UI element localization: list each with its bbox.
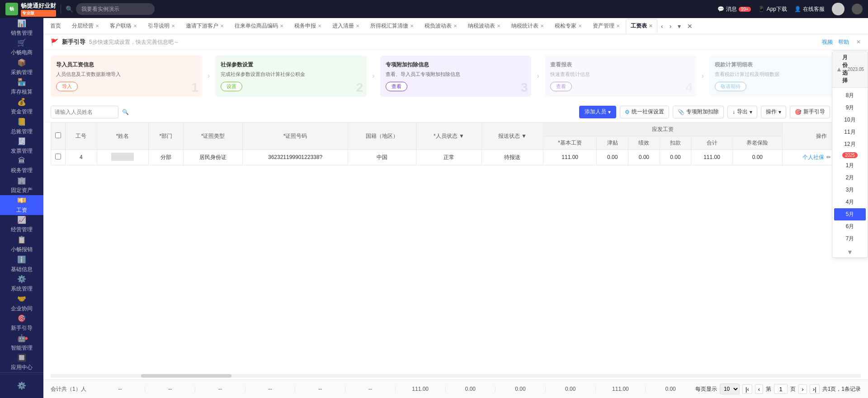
month-item-9[interactable]: 9月 [832, 102, 868, 114]
step-btn-5[interactable]: 敬请期待 [715, 82, 746, 91]
page-size-select[interactable]: 10 20 50 [720, 384, 740, 394]
operations-button[interactable]: 操作 ▾ [761, 106, 786, 118]
tab-close-tax-wave[interactable]: ✕ [453, 23, 457, 28]
tab-clearance[interactable]: 进入清册 ✕ [327, 19, 364, 33]
page-last-btn[interactable]: ›| [810, 384, 820, 394]
new-guide-button[interactable]: 🎯 新手引导 [790, 106, 830, 118]
report-filter-icon[interactable]: ▼ [521, 133, 527, 139]
tab-tax-report[interactable]: 税务申报 ✕ [289, 19, 326, 33]
month-item-10[interactable]: 10月 [832, 114, 868, 126]
tab-close-all[interactable]: ✕ [684, 23, 695, 30]
sidebar-item-report[interactable]: 📋 小畅报销 [0, 234, 43, 254]
sidebar-item-ledger[interactable]: 📒 总账管理 [0, 117, 43, 136]
tab-tax-expert[interactable]: 税检专家 ✕ [550, 19, 587, 33]
tab-close-tax-report[interactable]: ✕ [318, 23, 321, 28]
sidebar-item-inventory[interactable]: 🏪 库存核算 [0, 77, 43, 97]
tab-partition[interactable]: 分层经营 ✕ [67, 19, 104, 33]
tab-goods-code[interactable]: 往来单位商品编码 ✕ [230, 19, 288, 33]
tab-close-clearance[interactable]: ✕ [356, 23, 359, 28]
demo-search-input[interactable] [76, 3, 155, 15]
month-item-12[interactable]: 12月 [832, 138, 868, 150]
guide-video-link[interactable]: 视频 [822, 38, 833, 46]
tab-close-salary[interactable]: ✕ [649, 23, 652, 28]
sidebar-item-tax[interactable]: 🏛 税务管理 [0, 156, 43, 176]
page-first-btn[interactable]: |‹ [742, 384, 752, 394]
search-btn-icon[interactable]: 🔍 [122, 109, 129, 115]
sidebar-item-enterprise[interactable]: 🤝 企业协同 [0, 294, 43, 314]
tab-close-partition[interactable]: ✕ [95, 23, 99, 28]
tab-close-asset-mgmt[interactable]: ✕ [616, 23, 620, 28]
month-item-8[interactable]: 8月 [832, 89, 868, 102]
step-btn-3[interactable]: 查看 [386, 82, 407, 91]
tab-salary[interactable]: 工资表 ✕ [626, 19, 657, 33]
month-item-11[interactable]: 11月 [832, 126, 868, 138]
sidebar-item-purchase[interactable]: 📦 采购管理 [0, 57, 43, 77]
guide-banner-close[interactable]: ✕ [856, 39, 861, 45]
step-btn-4[interactable]: 查看 [550, 82, 572, 91]
sidebar-item-operation[interactable]: 📈 经营管理 [0, 215, 43, 235]
special-deduct-button[interactable]: 📎 专项附加扣除 [673, 106, 724, 118]
guide-help-link[interactable]: 帮助 [838, 38, 849, 46]
page-prev-btn[interactable]: ‹ [755, 384, 763, 394]
row-checkbox[interactable] [55, 154, 61, 159]
tab-tax-wave[interactable]: 税负波动表 ✕ [420, 19, 462, 33]
tab-close-stat-table[interactable]: ✕ [540, 23, 544, 28]
page-input[interactable] [774, 384, 788, 394]
tab-close-stat-wave[interactable]: ✕ [497, 23, 500, 28]
step-btn-2[interactable]: 设置 [221, 82, 242, 91]
search-area[interactable]: 🔍 [66, 3, 155, 15]
tab-guide[interactable]: 引导说明 ✕ [143, 19, 180, 33]
scrollbar-thumb[interactable] [141, 374, 231, 378]
export-button[interactable]: ↓ 导出 ▾ [727, 106, 757, 118]
message-action[interactable]: 💬 消息 99+ [717, 5, 751, 13]
online-service-action[interactable]: 👤 在线客服 [794, 5, 825, 13]
tab-asset-mgmt[interactable]: 资产管理 ✕ [588, 19, 625, 33]
month-item-2[interactable]: 2月 [832, 172, 868, 184]
tab-invite[interactable]: 邀请下游客户 ✕ [181, 19, 229, 33]
unified-social-button[interactable]: ⚙ 统一社保设置 [620, 106, 669, 118]
tab-close-goods-code[interactable]: ✕ [280, 23, 283, 28]
sidebar-item-system[interactable]: ⚙️ 系统管理 [0, 274, 43, 294]
tab-home[interactable]: 首页 [45, 19, 66, 33]
tab-stat-wave[interactable]: 纳税波动表 ✕ [463, 19, 505, 33]
month-nav-down[interactable]: ▼ [847, 248, 853, 256]
sidebar-item-appcenter[interactable]: 🔲 应用中心 [0, 353, 43, 373]
user-avatar[interactable] [832, 3, 844, 15]
sidebar-item-basic[interactable]: ℹ️ 基础信息 [0, 254, 43, 274]
month-nav-up[interactable]: ▲ [836, 66, 842, 73]
sidebar-item-finance[interactable]: 💰 资金管理 [0, 97, 43, 117]
sidebar-settings[interactable]: ⚙️ [0, 373, 43, 398]
app-download-action[interactable]: 📱 App下载 [758, 5, 787, 13]
sidebar-item-guide[interactable]: 🎯 新手引导 [0, 313, 43, 333]
tab-nav-next[interactable]: › [667, 23, 675, 30]
tab-close-guide[interactable]: ✕ [171, 23, 175, 28]
sidebar-item-smart[interactable]: 🤖 智能管理 [0, 333, 43, 353]
tab-close-tax-expert[interactable]: ✕ [578, 23, 582, 28]
tab-nav-list[interactable]: ▾ [675, 23, 684, 30]
month-item-3[interactable]: 3月 [832, 184, 868, 196]
row-edit-icon[interactable]: ✏ [826, 154, 831, 160]
sidebar-item-salary[interactable]: 💴 工资 [0, 195, 43, 215]
tab-close-customer[interactable]: ✕ [133, 23, 137, 28]
sidebar-item-invoice[interactable]: 🧾 发票管理 [0, 136, 43, 156]
status-filter-icon[interactable]: ▼ [459, 133, 464, 139]
row-action-link[interactable]: 个人社保 [802, 154, 824, 160]
page-next-btn[interactable]: › [798, 384, 807, 394]
month-item-6[interactable]: 6月 [832, 220, 868, 233]
tab-customer[interactable]: 客户联络 ✕ [105, 19, 142, 33]
search-input[interactable] [51, 106, 118, 118]
tab-close-invite[interactable]: ✕ [220, 23, 224, 28]
horizontal-scrollbar[interactable] [51, 374, 861, 378]
month-item-1[interactable]: 1月 [832, 159, 868, 172]
sidebar-item-ecommerce[interactable]: 🛒 小畅电商 [0, 38, 43, 58]
month-item-5[interactable]: 5月 [834, 208, 866, 220]
step-btn-1[interactable]: 导入 [56, 82, 78, 91]
select-all-checkbox[interactable] [55, 132, 61, 138]
add-employee-button[interactable]: 添加人员 ▾ [579, 106, 616, 118]
tab-stat-table[interactable]: 纳税统计表 ✕ [506, 19, 549, 33]
tab-close-tax-calc[interactable]: ✕ [410, 23, 414, 28]
tab-nav-prev[interactable]: ‹ [658, 23, 666, 30]
month-item-4[interactable]: 4月 [832, 196, 868, 208]
tab-tax-calc[interactable]: 所得税汇算清缴 ✕ [365, 19, 419, 33]
user-menu[interactable] [852, 4, 863, 14]
